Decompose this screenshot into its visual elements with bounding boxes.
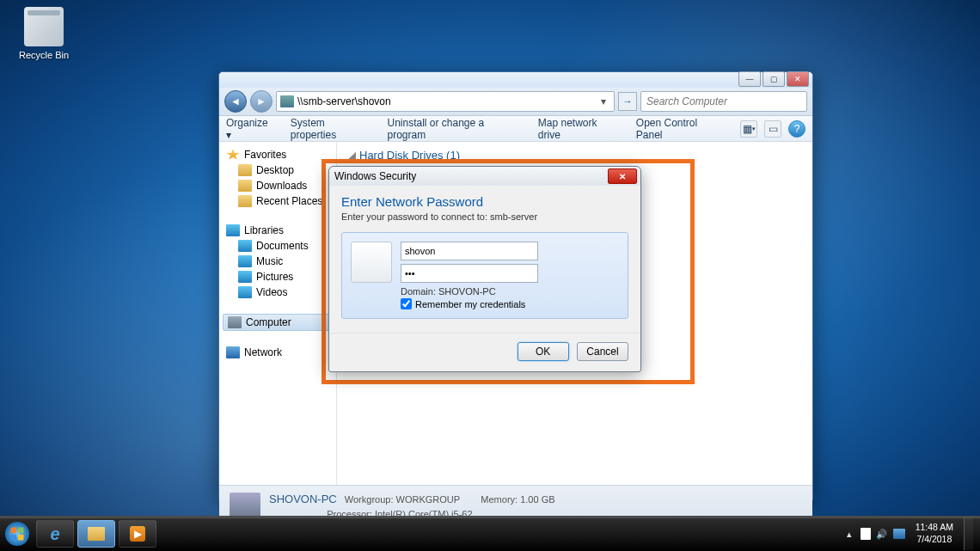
- libraries-icon: [226, 224, 240, 236]
- sidebar-libraries[interactable]: Libraries: [223, 223, 333, 238]
- show-hidden-icons[interactable]: ▴: [843, 528, 855, 540]
- desktop-recycle-bin[interactable]: Recycle Bin: [15, 7, 72, 60]
- taskbar-media-player[interactable]: ▶: [119, 520, 156, 548]
- folder-icon: [238, 271, 252, 283]
- uninstall-program-button[interactable]: Uninstall or change a program: [387, 117, 522, 141]
- search-input[interactable]: [640, 91, 807, 112]
- action-center-icon[interactable]: [861, 528, 871, 540]
- memory-value: 1.00 GB: [520, 494, 554, 505]
- start-button[interactable]: [0, 517, 34, 551]
- address-dropdown[interactable]: ▾: [597, 95, 610, 107]
- dialog-title-text: Windows Security: [334, 170, 416, 182]
- clock-time: 11:48 AM: [916, 522, 953, 534]
- credentials-dialog: Windows Security ✕ Enter Network Passwor…: [328, 166, 641, 372]
- network-tray-icon[interactable]: [893, 529, 905, 539]
- network-icon: [226, 346, 240, 358]
- dialog-titlebar[interactable]: Windows Security ✕: [329, 167, 640, 186]
- sidebar-item-desktop[interactable]: Desktop: [223, 162, 333, 178]
- folder-icon: [238, 286, 252, 298]
- organize-menu[interactable]: Organize ▾: [226, 117, 275, 141]
- workgroup-label: Workgroup:: [345, 494, 394, 505]
- window-close-button[interactable]: ✕: [787, 71, 809, 87]
- back-button[interactable]: ◄: [224, 90, 247, 113]
- password-input[interactable]: [401, 264, 538, 283]
- dialog-subheading: Enter your password to connect to: smb-s…: [341, 211, 628, 222]
- computer-icon: [280, 95, 294, 107]
- navigation-bar: ◄ ► \\smb-server\shovon ▾ →: [219, 88, 812, 116]
- open-control-panel-button[interactable]: Open Control Panel: [636, 117, 725, 141]
- system-properties-button[interactable]: System properties: [291, 117, 372, 141]
- taskbar: e ▶ ▴ 🔊 11:48 AM 7/4/2018: [0, 516, 980, 551]
- window-titlebar[interactable]: — ▢ ✕: [219, 72, 812, 88]
- map-network-drive-button[interactable]: Map network drive: [538, 117, 621, 141]
- domain-label: Domain: SHOVON-PC: [401, 286, 619, 297]
- taskbar-clock[interactable]: 11:48 AM 7/4/2018: [910, 522, 959, 545]
- workgroup-value: WORKGROUP: [396, 494, 460, 505]
- preview-pane-icon[interactable]: ▭: [764, 120, 781, 138]
- system-tray: ▴ 🔊 11:48 AM 7/4/2018: [843, 517, 980, 550]
- recycle-bin-icon: [24, 7, 64, 46]
- sidebar-item-pictures[interactable]: Pictures: [223, 269, 333, 285]
- sidebar-item-music[interactable]: Music: [223, 254, 333, 269]
- folder-icon: [238, 180, 252, 192]
- sidebar-item-network[interactable]: Network: [223, 345, 333, 360]
- address-bar[interactable]: \\smb-server\shovon ▾: [276, 91, 615, 112]
- svg-point-0: [5, 522, 29, 546]
- remember-check-input[interactable]: [401, 298, 412, 309]
- folder-icon: [238, 164, 252, 176]
- folder-icon: [238, 195, 252, 207]
- recycle-bin-label: Recycle Bin: [15, 50, 72, 60]
- remember-credentials-checkbox[interactable]: Remember my credentials: [401, 298, 619, 309]
- folder-icon: [238, 240, 252, 252]
- computer-name: SHOVON-PC: [269, 493, 337, 505]
- cancel-button[interactable]: Cancel: [577, 342, 628, 361]
- sidebar-item-downloads[interactable]: Downloads: [223, 178, 333, 193]
- windows-logo-icon: [4, 521, 30, 547]
- username-input[interactable]: [401, 242, 538, 260]
- clock-date: 7/4/2018: [916, 534, 953, 546]
- minimize-button[interactable]: —: [738, 71, 761, 87]
- taskbar-explorer[interactable]: [77, 520, 115, 548]
- media-player-icon: ▶: [130, 526, 145, 542]
- dialog-close-button[interactable]: ✕: [608, 168, 637, 184]
- forward-button[interactable]: ►: [250, 90, 273, 113]
- sidebar-favorites[interactable]: Favorites: [223, 147, 333, 162]
- sidebar-item-recent[interactable]: Recent Places: [223, 193, 333, 209]
- taskbar-ie[interactable]: e: [36, 520, 74, 548]
- sidebar-item-computer[interactable]: Computer: [223, 314, 333, 331]
- command-bar: Organize ▾ System properties Uninstall o…: [219, 116, 812, 142]
- view-options-icon[interactable]: ▦▾: [740, 120, 757, 138]
- computer-icon: [228, 316, 242, 328]
- folder-icon: [238, 255, 252, 267]
- star-icon: [226, 149, 240, 161]
- memory-label: Memory:: [481, 494, 518, 505]
- user-avatar-icon: [351, 242, 392, 283]
- credential-panel: Domain: SHOVON-PC Remember my credential…: [341, 232, 628, 319]
- show-desktop-button[interactable]: [964, 517, 973, 550]
- volume-icon[interactable]: 🔊: [876, 528, 888, 540]
- help-icon[interactable]: ?: [788, 120, 805, 138]
- ok-button[interactable]: OK: [518, 342, 569, 361]
- explorer-icon: [88, 527, 105, 541]
- sidebar-item-videos[interactable]: Videos: [223, 285, 333, 300]
- dialog-heading: Enter Network Password: [341, 194, 628, 209]
- refresh-button[interactable]: →: [618, 92, 637, 111]
- section-header[interactable]: ◢Hard Disk Drives (1): [347, 147, 802, 163]
- maximize-button[interactable]: ▢: [763, 71, 785, 87]
- ie-icon: e: [50, 524, 59, 544]
- sidebar-item-documents[interactable]: Documents: [223, 238, 333, 254]
- address-text: \\smb-server\shovon: [297, 95, 391, 107]
- navigation-pane: Favorites Desktop Downloads Recent Place…: [219, 142, 337, 485]
